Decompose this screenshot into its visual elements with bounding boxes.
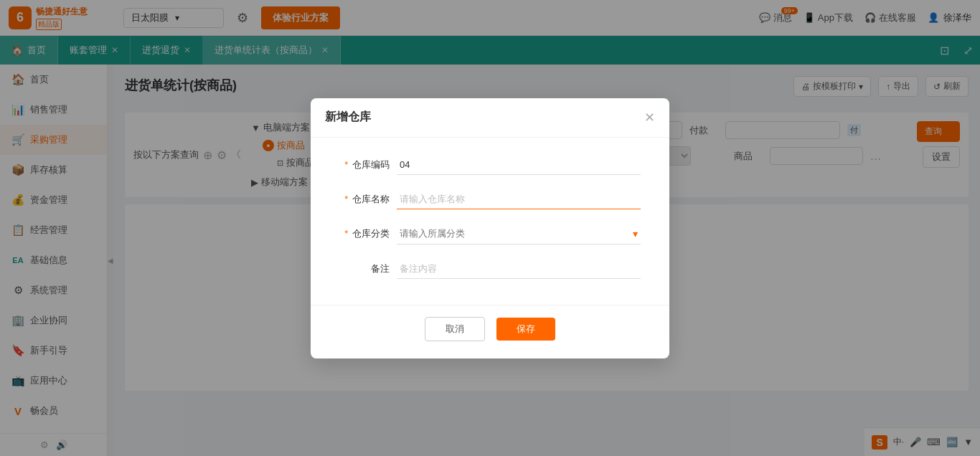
category-label: * 仓库分类 [339,227,397,240]
modal-body: * 仓库编码 * 仓库名称 * 仓库分类 [311,138,669,305]
modal-title: 新增仓库 [325,110,371,125]
modal-close-icon[interactable]: ✕ [644,110,655,125]
form-row-category: * 仓库分类 ▾ [339,224,641,244]
name-label: * 仓库名称 [339,193,397,206]
remark-label: 备注 [339,262,397,275]
modal-footer: 取消 保存 [311,305,669,358]
code-label: * 仓库编码 [339,158,397,171]
modal-add-warehouse: 新增仓库 ✕ * 仓库编码 * 仓库名称 [311,98,669,358]
remark-input[interactable] [397,259,641,279]
form-row-name: * 仓库名称 [339,189,641,209]
category-input[interactable] [400,228,633,239]
modal-overlay[interactable]: 新增仓库 ✕ * 仓库编码 * 仓库名称 [0,0,980,456]
modal-header: 新增仓库 ✕ [311,98,669,138]
category-dropdown-icon[interactable]: ▾ [633,228,638,239]
form-row-code: * 仓库编码 [339,155,641,175]
save-button[interactable]: 保存 [496,318,555,341]
cancel-button[interactable]: 取消 [425,317,485,341]
code-input[interactable] [397,155,641,175]
name-input[interactable] [397,189,641,209]
form-row-remark: 备注 [339,259,641,279]
category-select-wrap: ▾ [397,224,641,244]
